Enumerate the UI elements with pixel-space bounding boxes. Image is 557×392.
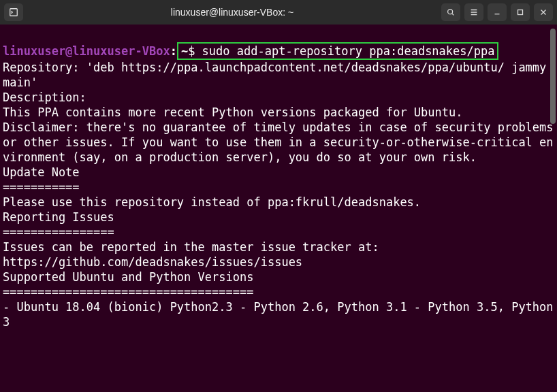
titlebar-left	[4, 3, 23, 21]
scrollbar-thumb[interactable]	[550, 29, 556, 124]
new-tab-button[interactable]	[4, 3, 23, 21]
minimize-button[interactable]	[488, 3, 507, 21]
terminal-content[interactable]: linuxuser@linuxuser-VBox:~$ sudo add-apt…	[0, 24, 557, 348]
output-line: Please use this repository instead of pp…	[3, 195, 554, 210]
prompt-line: linuxuser@linuxuser-VBox:~$ sudo add-apt…	[3, 44, 554, 60]
output-line: Supported Ubuntu and Python Versions	[3, 270, 554, 284]
command-text: $ sudo add-apt-repository ppa:deadsnakes…	[188, 44, 494, 58]
svg-point-1	[448, 10, 453, 14]
output-line: https://github.com/deadsnakes/issues/iss…	[3, 255, 554, 270]
terminal-tab-icon	[9, 7, 18, 17]
svg-rect-0	[10, 9, 18, 16]
titlebar: linuxuser@linuxuser-VBox: ~	[0, 0, 557, 24]
output-line: Reporting Issues	[3, 210, 554, 225]
output-line: ====================================	[3, 284, 554, 299]
search-icon	[446, 7, 456, 17]
output-line: Issues can be reported in the master iss…	[3, 240, 554, 255]
titlebar-right	[441, 3, 553, 21]
output-line: Repository: 'deb https://ppa.launchpadco…	[3, 60, 554, 90]
svg-rect-2	[518, 10, 523, 15]
output-line: Description:	[3, 90, 554, 105]
maximize-button[interactable]	[511, 3, 530, 21]
output-line: Update Note	[3, 165, 554, 180]
maximize-icon	[515, 7, 525, 17]
output-line: ================	[3, 225, 554, 240]
output-line: This PPA contains more recent Python ver…	[3, 105, 554, 120]
command-highlight-box: ~$ sudo add-apt-repository ppa:deadsnake…	[177, 42, 499, 60]
minimize-icon	[492, 7, 502, 17]
close-button[interactable]	[534, 3, 553, 21]
close-icon	[539, 7, 548, 17]
hamburger-icon	[469, 7, 479, 17]
menu-button[interactable]	[464, 3, 483, 21]
output-line: Disclaimer: there's no guarantee of time…	[3, 120, 554, 165]
output-line: - Ubuntu 18.04 (bionic) Python2.3 - Pyth…	[3, 299, 554, 329]
search-button[interactable]	[441, 3, 460, 21]
prompt-user-host: linuxuser@linuxuser-VBox	[3, 44, 170, 58]
window-title: linuxuser@linuxuser-VBox: ~	[27, 7, 437, 18]
prompt-colon: :	[170, 44, 177, 58]
output-line: ===========	[3, 180, 554, 195]
prompt-path: ~	[181, 44, 188, 58]
